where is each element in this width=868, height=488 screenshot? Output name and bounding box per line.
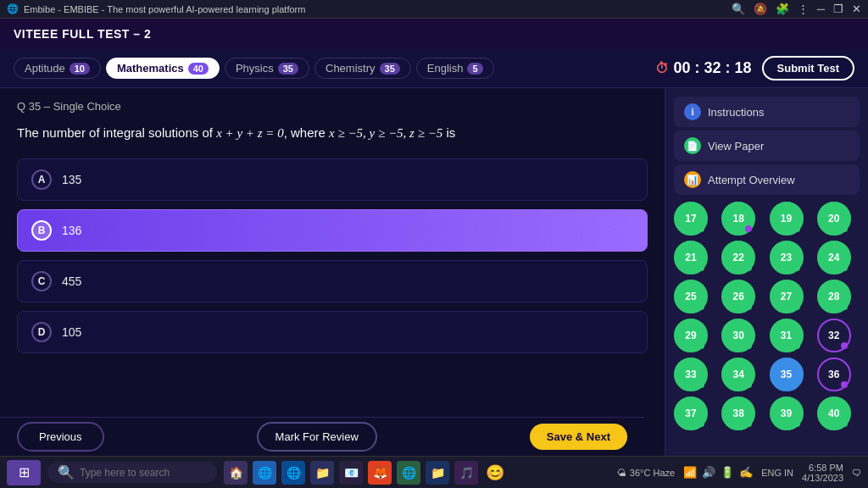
timer-area: ⏱ 00 : 32 : 18 Submit Test — [655, 56, 855, 80]
app-header: VITEEE FULL TEST – 2 — [0, 19, 868, 49]
question-num-25[interactable]: 25 — [674, 280, 708, 313]
tab-physics[interactable]: Physics 35 — [225, 58, 309, 79]
timer-icon: ⏱ — [655, 61, 669, 76]
taskbar-right: 🌤 36°C Haze 📶 🔊 🔋 ✍ ENG IN 6:58 PM 4/13/… — [617, 463, 861, 483]
question-num-17[interactable]: 17 — [674, 202, 708, 236]
question-num-36[interactable]: 36 — [817, 358, 851, 391]
notification-icon[interactable]: 🗨 — [852, 468, 861, 478]
question-num-26[interactable]: 26 — [721, 280, 755, 313]
option-c[interactable]: C 455 — [17, 260, 648, 302]
question-num-28[interactable]: 28 — [817, 280, 851, 313]
mark-for-review-button[interactable]: Mark For Review — [257, 422, 377, 452]
question-num-30[interactable]: 30 — [721, 319, 755, 352]
battery-icon: 🔋 — [721, 466, 734, 479]
question-num-24[interactable]: 24 — [817, 241, 851, 274]
pen-icon: ✍ — [739, 466, 753, 479]
subject-tabs: Aptitude 10 Mathematics 40 Physics 35 Ch… — [14, 58, 494, 79]
extension-icon[interactable]: 🧩 — [776, 3, 789, 15]
instructions-button[interactable]: ℹ Instructions — [674, 97, 860, 127]
task-icon-5[interactable]: 🦊 — [368, 461, 392, 485]
tab-english-count: 5 — [467, 63, 482, 75]
task-icon-6[interactable]: 🌐 — [397, 461, 420, 485]
start-button[interactable]: ⊞ — [7, 460, 41, 485]
task-icon-7[interactable]: 📁 — [426, 461, 449, 485]
timer: ⏱ 00 : 32 : 18 — [655, 59, 752, 77]
task-icon-edge[interactable]: 🌐 — [281, 461, 305, 485]
title-bar-left: 🌐 Embibe - EMBIBE - The most powerful AI… — [7, 3, 305, 14]
app-title: VITEEE FULL TEST – 2 — [14, 27, 151, 41]
tab-aptitude-count: 10 — [70, 63, 90, 75]
question-num-23[interactable]: 23 — [770, 241, 804, 274]
option-d-value: 105 — [62, 325, 81, 339]
question-num-20[interactable]: 20 — [817, 202, 851, 236]
tab-english[interactable]: English 5 — [416, 58, 494, 79]
question-num-19[interactable]: 19 — [770, 202, 804, 236]
option-a-label: A — [31, 169, 52, 190]
option-a[interactable]: A 135 — [17, 158, 648, 201]
option-d-label: D — [31, 322, 52, 342]
question-num-22[interactable]: 22 — [721, 241, 755, 274]
taskbar-search-input[interactable] — [80, 467, 198, 479]
weather-icon: 🌤 — [617, 468, 626, 478]
tab-mathematics[interactable]: Mathematics 40 — [106, 58, 220, 79]
question-num-39[interactable]: 39 — [770, 396, 804, 430]
bottom-bar: Previous Mark For Review Save & Next — [0, 417, 644, 456]
option-a-value: 135 — [62, 173, 81, 186]
question-num-40[interactable]: 40 — [817, 396, 851, 430]
attempt-overview-icon: 📊 — [684, 171, 701, 188]
tab-aptitude[interactable]: Aptitude 10 — [14, 58, 101, 79]
question-text: The number of integral solutions of x + … — [17, 123, 648, 143]
question-num-27[interactable]: 27 — [770, 280, 804, 313]
view-paper-button[interactable]: 📄 View Paper — [674, 130, 860, 161]
taskbar-time: 6:58 PM — [802, 463, 843, 473]
option-c-label: C — [31, 271, 52, 291]
tab-physics-count: 35 — [278, 63, 298, 75]
question-num-37[interactable]: 37 — [674, 396, 708, 430]
tab-mathematics-count: 40 — [188, 63, 209, 75]
taskbar-app-icons: 🏠 🌐 🌐 📁 📧 🦊 🌐 📁 🎵 😊 — [224, 461, 507, 485]
tab-english-label: English — [427, 62, 464, 75]
taskbar-language: ENG IN — [761, 468, 793, 478]
save-next-button[interactable]: Save & Next — [530, 424, 627, 450]
taskbar-clock: 6:58 PM 4/13/2023 — [802, 463, 843, 483]
task-icon-4[interactable]: 📧 — [339, 461, 363, 485]
tab-chemistry[interactable]: Chemistry 35 — [314, 58, 411, 79]
question-num-38[interactable]: 38 — [721, 396, 755, 430]
close-icon[interactable]: ✕ — [852, 3, 861, 15]
tab-aptitude-label: Aptitude — [25, 62, 65, 75]
question-num-34[interactable]: 34 — [721, 358, 755, 391]
question-num-33[interactable]: 33 — [674, 358, 708, 391]
task-icon-3[interactable]: 📁 — [310, 461, 334, 485]
question-num-21[interactable]: 21 — [674, 241, 708, 274]
attempt-overview-label: Attempt Overview — [708, 174, 795, 186]
question-num-32[interactable]: 32 — [817, 319, 851, 352]
tab-chemistry-label: Chemistry — [326, 62, 376, 75]
view-paper-icon: 📄 — [684, 137, 701, 154]
search-icon[interactable]: 🔍 — [732, 3, 745, 15]
timer-value: 00 : 32 : 18 — [674, 59, 752, 77]
submit-test-button[interactable]: Submit Test — [762, 56, 854, 80]
previous-button[interactable]: Previous — [17, 422, 104, 452]
minimize-icon[interactable]: ─ — [817, 3, 825, 15]
task-icon-1[interactable]: 🏠 — [224, 461, 248, 485]
maximize-icon[interactable]: ❐ — [833, 3, 843, 15]
option-b-label: B — [31, 220, 52, 241]
question-num-18[interactable]: 18 — [721, 202, 755, 236]
option-d[interactable]: D 105 — [17, 311, 648, 353]
volume-icon: 🔊 — [702, 466, 715, 479]
task-icon-9[interactable]: 😊 — [483, 461, 507, 485]
main-content: Q 35 – Single Choice The number of integ… — [0, 88, 868, 456]
question-grid: 1718192021222324252627282930313233343536… — [674, 202, 860, 430]
question-num-29[interactable]: 29 — [674, 319, 708, 352]
attempt-overview-button[interactable]: 📊 Attempt Overview — [674, 164, 860, 195]
menu-icon[interactable]: ⋮ — [798, 3, 809, 15]
option-b[interactable]: B 136 — [17, 209, 648, 252]
task-icon-2[interactable]: 🌐 — [253, 461, 276, 485]
question-num-31[interactable]: 31 — [770, 319, 804, 352]
task-icon-8[interactable]: 🎵 — [454, 461, 478, 485]
mute-icon[interactable]: 🔕 — [754, 3, 767, 15]
question-num-35[interactable]: 35 — [770, 358, 804, 391]
taskbar-search: 🔍 — [47, 462, 217, 483]
tab-mathematics-label: Mathematics — [117, 62, 184, 75]
taskbar-weather: 🌤 36°C Haze — [617, 468, 675, 478]
